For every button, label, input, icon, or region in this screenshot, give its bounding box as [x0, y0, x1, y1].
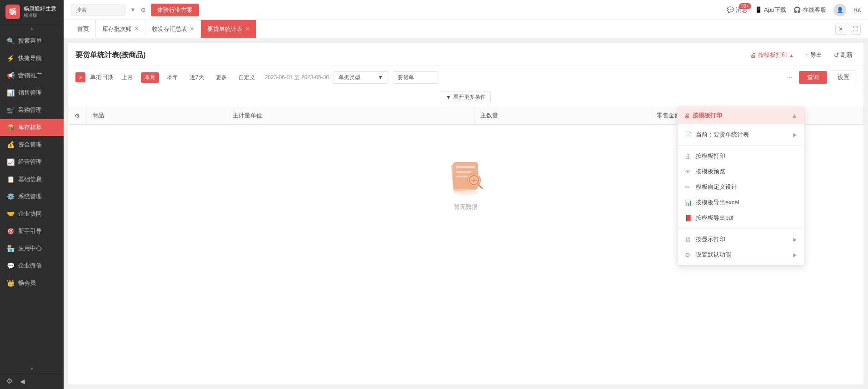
sidebar-item-collab[interactable]: 🤝 企业协同 — [0, 205, 64, 222]
dropdown-export-pdf-button[interactable]: 📕 按模板导出pdf — [678, 210, 804, 226]
sidebar-item-shortcut[interactable]: ⚡ 快捷导航 — [0, 50, 64, 67]
tabs-bar: 首页 库存批次账 ✕ 收发存汇总表 ✕ 要货单统计表 ✕ ✕ ⛶ — [64, 20, 868, 38]
tab-close-window-btn[interactable]: ✕ — [835, 24, 846, 35]
purchase-icon: 🛒 — [6, 106, 15, 114]
tab-maximize-btn[interactable]: ⛶ — [850, 24, 861, 35]
topbar-search-input[interactable] — [71, 5, 125, 15]
settings-icon[interactable]: ⚙ — [6, 377, 13, 385]
tab-label: 收发存汇总表 — [152, 25, 187, 33]
dropdown-preview-button[interactable]: 👁 按模板预览 — [678, 164, 804, 179]
goods-filter[interactable]: 要货单 — [393, 71, 438, 84]
date-more[interactable]: 更多 — [212, 72, 230, 83]
sidebar-item-guide[interactable]: 🎯 新手引导 — [0, 222, 64, 240]
finance-icon: 💰 — [6, 141, 15, 148]
tab-inventory-batch[interactable]: 库存批次账 ✕ — [96, 20, 145, 38]
dropdown-display-print[interactable]: 🖥 按显示打印 ▶ — [678, 232, 804, 247]
table-col-quantity: 主数量 — [475, 107, 651, 125]
expand-more-label: 展开更多条件 — [453, 93, 486, 101]
sidebar-item-member[interactable]: 👑 畅会员 — [0, 274, 64, 292]
sidebar-item-system[interactable]: ⚙️ 系统管理 — [0, 188, 64, 205]
dropdown-section-extra: 🖥 按显示打印 ▶ ⚙ 设置默认功能 ▶ — [678, 229, 804, 265]
query-button[interactable]: 查询 — [799, 71, 827, 84]
filter-row-1: » 单据日期 上月 本月 本年 近7天 更多 自定义 2023-06-01 至 … — [68, 66, 863, 89]
dropdown-section-current: 📄 当前：要货单统计表 ▶ — [678, 124, 804, 146]
date-last-month[interactable]: 上月 — [118, 72, 136, 83]
sales-icon: 📊 — [6, 89, 15, 96]
sidebar-item-label: 资金管理 — [18, 141, 42, 149]
tab-close-icon[interactable]: ✕ — [245, 26, 249, 32]
select-chevron-icon: ▼ — [378, 74, 383, 81]
avatar[interactable]: 👤 — [833, 4, 846, 16]
tab-label: 要货单统计表 — [207, 25, 243, 33]
pdf-icon: 📕 — [685, 215, 692, 222]
message-badge: 99+ — [739, 3, 751, 9]
appstore-icon: 🏪 — [6, 245, 15, 252]
app-download-button[interactable]: 📱 App下载 — [755, 6, 786, 14]
collapse-icon[interactable]: ◀ — [20, 378, 25, 385]
shortcut-icon: ⚡ — [6, 55, 15, 62]
tab-home[interactable]: 首页 — [71, 20, 96, 38]
more-options-button[interactable]: ··· — [784, 73, 795, 81]
chevron-right-icon: ▶ — [793, 132, 797, 138]
export-button[interactable]: ↑ 导出 — [802, 49, 826, 61]
sidebar-item-appstore[interactable]: 🏪 应用中心 — [0, 240, 64, 257]
message-button[interactable]: 💬 消息 99+ — [727, 6, 748, 14]
sidebar-item-label: 畅会员 — [18, 279, 36, 287]
order-type-select[interactable]: 单据类型 ▼ — [334, 71, 388, 84]
sidebar-item-marketing[interactable]: 📢 营销推广 — [0, 67, 64, 84]
search-icon: 🔍 — [6, 37, 15, 45]
sidebar-item-label: 库存核算 — [18, 123, 42, 131]
print-dropdown: 🖨 按模板打印 ▲ 📄 当前：要货单统计表 ▶ 🖨 — [677, 106, 804, 266]
sidebar-item-finance[interactable]: 💰 资金管理 — [0, 136, 64, 153]
topbar-gear-icon[interactable]: ⚙ — [140, 6, 146, 14]
system-icon: ⚙️ — [6, 193, 15, 200]
print-icon: 🖨 — [685, 153, 692, 160]
sidebar-item-sales[interactable]: 📊 销售管理 — [0, 84, 64, 101]
goods-filter-label: 要货单 — [398, 74, 414, 81]
filter-settings-button[interactable]: 设置 — [831, 71, 856, 84]
table-settings-col[interactable]: ⚙ — [68, 107, 86, 125]
sidebar-item-label: 营销推广 — [18, 71, 42, 80]
tab-summary[interactable]: 收发存汇总表 ✕ — [145, 20, 201, 38]
dropdown-current-template[interactable]: 📄 当前：要货单统计表 ▶ — [678, 127, 804, 142]
app-download-label: App下载 — [764, 6, 786, 14]
marketing-icon: 📢 — [6, 72, 15, 79]
dropdown-design-label: 模板自定义设计 — [696, 183, 737, 191]
filter-expand-button[interactable]: » — [75, 72, 85, 82]
avatar-icon: 👤 — [837, 7, 843, 13]
tab-order-stats[interactable]: 要货单统计表 ✕ — [201, 20, 256, 38]
document-icon: 📄 — [685, 131, 692, 138]
print-template-button[interactable]: 🖨 按模板打印 ▲ — [747, 49, 798, 61]
print-dropdown-close-button[interactable]: ▲ — [791, 112, 798, 119]
date-this-year[interactable]: 本年 — [164, 72, 182, 83]
preview-icon: 👁 — [685, 168, 692, 175]
sidebar-item-wechat[interactable]: 💬 企业微信 — [0, 257, 64, 274]
sidebar-item-label: 快捷导航 — [18, 54, 42, 62]
service-button[interactable]: 🎧 在线客服 — [793, 6, 826, 14]
sidebar-item-operations[interactable]: 📈 经营管理 — [0, 153, 64, 171]
sidebar-item-basic[interactable]: 📋 基础信息 — [0, 171, 64, 188]
tab-close-icon[interactable]: ✕ — [190, 26, 194, 32]
svg-rect-3 — [456, 166, 475, 168]
expand-more-button[interactable]: ▼ 展开更多条件 — [441, 91, 491, 103]
sidebar-item-search[interactable]: 🔍 搜索菜单 — [0, 32, 64, 50]
topbar-chevron-icon[interactable]: ▼ — [130, 6, 136, 13]
print-dropdown-title: 🖨 按模板打印 — [684, 111, 722, 120]
dropdown-design-button[interactable]: ✏ 模板自定义设计 — [678, 179, 804, 195]
refresh-button[interactable]: ↺ 刷新 — [830, 49, 856, 61]
username-label[interactable]: Rit — [853, 6, 861, 13]
date-this-month[interactable]: 本月 — [141, 72, 159, 83]
trial-button[interactable]: 体验行业方案 — [151, 4, 199, 16]
sidebar-item-inventory[interactable]: 📦 库存核算 — [0, 119, 64, 136]
sidebar-item-purchase[interactable]: 🛒 采购管理 — [0, 101, 64, 119]
tab-close-icon[interactable]: ✕ — [135, 26, 139, 32]
dropdown-set-default[interactable]: ⚙ 设置默认功能 ▶ — [678, 247, 804, 263]
date-last-7-days[interactable]: 近7天 — [186, 72, 208, 83]
svg-rect-4 — [456, 171, 471, 173]
date-custom[interactable]: 自定义 — [235, 72, 259, 83]
dropdown-excel-label: 按模板导出excel — [696, 198, 739, 207]
app-logo-icon: 畅 — [5, 5, 20, 19]
dropdown-export-excel-button[interactable]: 📊 按模板导出excel — [678, 195, 804, 210]
dropdown-print-button[interactable]: 🖨 按模板打印 — [678, 148, 804, 164]
company-name: 畅康通好生意 — [24, 5, 56, 13]
